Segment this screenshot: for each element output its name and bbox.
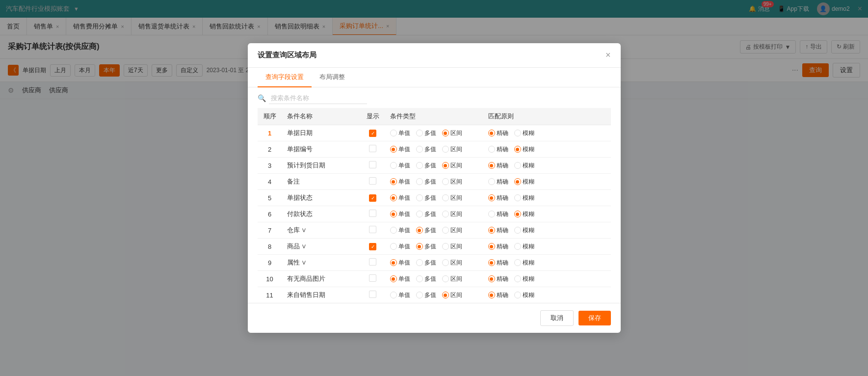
modal-search-area: 🔍 [248,87,621,99]
modal-tab-query-fields-label: 查询字段设置 [265,73,304,81]
modal-close-button[interactable]: × [605,50,611,60]
modal-tab-layout-label: 布局调整 [319,73,345,81]
modal-tab-query-fields[interactable]: 查询字段设置 [258,68,312,87]
settings-modal: 设置查询区域布局 × 查询字段设置 布局调整 🔍 顺序 条件名称 [248,43,621,99]
modal-tab-layout[interactable]: 布局调整 [312,68,353,87]
search-icon: 🔍 [258,94,266,99]
modal-title: 设置查询区域布局 [258,51,316,60]
condition-search-input[interactable] [269,92,367,99]
modal-overlay: 设置查询区域布局 × 查询字段设置 布局调整 🔍 顺序 条件名称 [0,0,868,99]
modal-header: 设置查询区域布局 × [248,43,621,68]
modal-tabs: 查询字段设置 布局调整 [248,68,621,87]
